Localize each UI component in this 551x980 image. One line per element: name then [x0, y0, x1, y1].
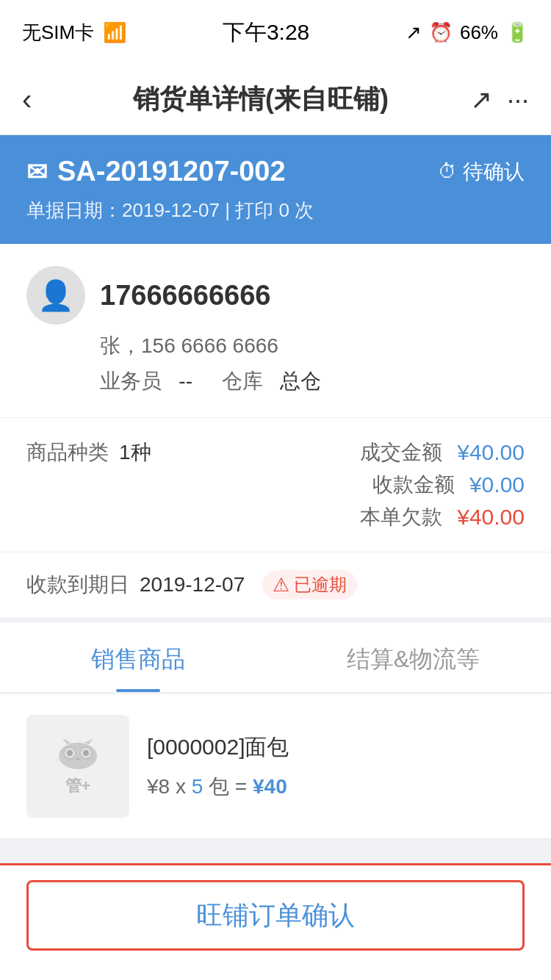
- due-date-section: 收款到期日 2019-12-07 ⚠ 已逾期: [0, 552, 551, 623]
- avatar-icon: 👤: [37, 278, 74, 313]
- product-info: [0000002]面包 ¥8 x 5 包 = ¥40: [147, 732, 525, 801]
- owl-icon: [52, 735, 104, 772]
- bottom-bar: 旺铺订单确认: [0, 863, 551, 980]
- owed-amount-row: 本单欠款 ¥40.00: [360, 503, 525, 531]
- overdue-badge: ⚠ 已逾期: [262, 570, 357, 599]
- summary-section: 商品种类 1种 成交金额 ¥40.00 收款金额 ¥0.00 本单欠款 ¥40.…: [0, 418, 551, 552]
- nav-bar: ‹ 销货单详情(来自旺铺) ↗ ···: [0, 65, 551, 135]
- battery-icon: 🔋: [505, 21, 529, 44]
- banner-top: ✉ SA-20191207-002 ⏱ 待确认: [26, 156, 525, 187]
- svg-marker-7: [84, 738, 93, 744]
- product-thumbnail: 管+: [26, 715, 129, 818]
- customer-section: 👤 17666666666 张，156 6666 6666 业务员 -- 仓库 …: [0, 244, 551, 418]
- product-thumb-inner: 管+: [26, 715, 129, 818]
- status-right: ↗ ⏰ 66% 🔋: [406, 21, 529, 44]
- product-item: 管+ [0000002]面包 ¥8 x 5 包 = ¥40: [26, 715, 525, 818]
- warehouse-label: 仓库 总仓: [222, 367, 321, 395]
- carrier-text: 无SIM卡: [22, 20, 94, 46]
- overdue-icon: ⚠: [273, 574, 289, 597]
- order-icon: ✉: [26, 157, 47, 187]
- tab-settlement[interactable]: 结算&物流等: [276, 623, 551, 692]
- customer-phone: 17666666666: [100, 280, 270, 311]
- due-date-value: 2019-12-07: [140, 573, 245, 597]
- avatar: 👤: [26, 266, 85, 325]
- battery-text: 66%: [460, 21, 498, 44]
- overdue-text: 已逾期: [294, 573, 347, 597]
- location-icon: ↗: [406, 21, 422, 44]
- product-section: 管+ [0000002]面包 ¥8 x 5 包 = ¥40: [0, 694, 551, 839]
- product-price: ¥8: [147, 775, 170, 798]
- wifi-icon: 📶: [103, 21, 126, 44]
- order-id: ✉ SA-20191207-002: [26, 156, 286, 187]
- customer-meta: 业务员 -- 仓库 总仓: [100, 367, 525, 395]
- warehouse-value: 总仓: [280, 370, 321, 392]
- tab-settlement-label: 结算&物流等: [347, 646, 480, 672]
- confirm-button[interactable]: 旺铺订单确认: [26, 880, 525, 951]
- status-left: 无SIM卡 📶: [22, 20, 126, 46]
- product-total: ¥40: [253, 775, 287, 798]
- product-brand-text: 管+: [65, 775, 91, 797]
- nav-actions: ↗ ···: [455, 84, 529, 115]
- banner-date: 单据日期：2019-12-07 | 打印 0 次: [26, 198, 525, 223]
- customer-name: 张，156 6666 6666: [100, 332, 525, 360]
- page-title: 销货单详情(来自旺铺): [66, 82, 455, 118]
- header-banner: ✉ SA-20191207-002 ⏱ 待确认 单据日期：2019-12-07 …: [0, 135, 551, 244]
- tab-sales[interactable]: 销售商品: [0, 623, 276, 692]
- payment-amount-label: 收款金额: [372, 471, 455, 499]
- salesperson-value: --: [179, 370, 192, 392]
- product-name: [0000002]面包: [147, 732, 525, 763]
- deal-amount-row: 成交金额 ¥40.00: [360, 439, 525, 466]
- svg-point-4: [83, 750, 89, 756]
- status-clock-icon: ⏱: [438, 160, 457, 183]
- summary-right: 成交金额 ¥40.00 收款金额 ¥0.00 本单欠款 ¥40.00: [360, 439, 525, 531]
- deal-amount-label: 成交金额: [360, 439, 442, 466]
- svg-marker-6: [62, 738, 71, 744]
- share-icon[interactable]: ↗: [470, 84, 492, 115]
- payment-amount-value: ¥0.00: [469, 472, 525, 497]
- category-row: 商品种类 1种: [26, 439, 151, 466]
- status-time: 下午3:28: [223, 18, 309, 48]
- tab-sales-label: 销售商品: [91, 646, 185, 672]
- alarm-icon: ⏰: [429, 21, 453, 44]
- owed-amount-label: 本单欠款: [360, 503, 442, 531]
- deal-amount-value: ¥40.00: [457, 440, 525, 465]
- category-value: 1种: [119, 439, 151, 466]
- product-qty: 5: [192, 775, 204, 798]
- owed-amount-value: ¥40.00: [457, 505, 525, 530]
- status-text: 待确认: [463, 158, 525, 186]
- tabs-section: 销售商品 结算&物流等: [0, 623, 551, 693]
- customer-row: 👤 17666666666: [26, 266, 525, 325]
- status-bar: 无SIM卡 📶 下午3:28 ↗ ⏰ 66% 🔋: [0, 0, 551, 65]
- category-label: 商品种类: [26, 439, 109, 466]
- product-unit: 包: [209, 775, 229, 798]
- back-button[interactable]: ‹: [22, 83, 66, 116]
- payment-amount-row: 收款金额 ¥0.00: [372, 471, 525, 499]
- order-status: ⏱ 待确认: [438, 158, 525, 186]
- due-date-label: 收款到期日: [26, 571, 129, 599]
- svg-point-3: [67, 750, 73, 756]
- order-id-text: SA-20191207-002: [57, 156, 286, 187]
- product-calc: ¥8 x 5 包 = ¥40: [147, 773, 525, 801]
- summary-left: 商品种类 1种: [26, 439, 151, 466]
- salesperson-label: 业务员 --: [100, 367, 192, 395]
- more-icon[interactable]: ···: [507, 84, 529, 115]
